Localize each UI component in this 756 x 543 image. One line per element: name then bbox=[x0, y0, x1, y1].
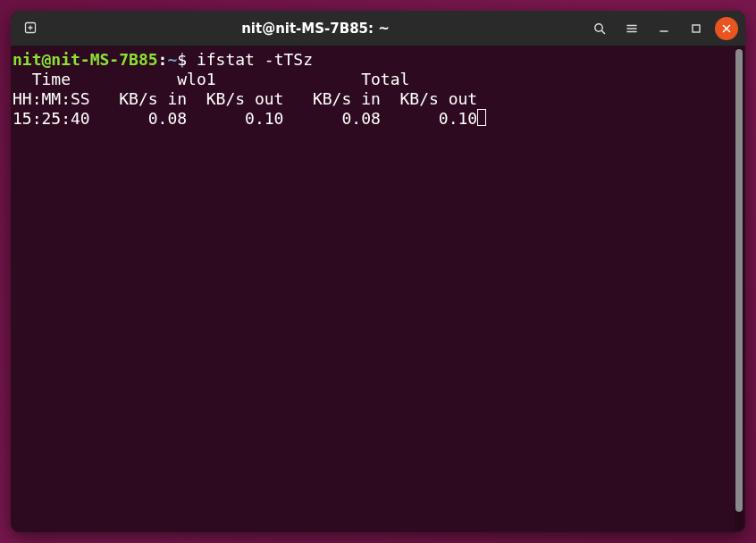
window-title: nit@nit-MS-7B85: ~ bbox=[45, 21, 586, 37]
output-header-1: Time wlo1 Total bbox=[13, 70, 409, 88]
prompt-user-host: nit@nit-MS-7B85 bbox=[13, 50, 158, 69]
command-text: ifstat -tTSz bbox=[197, 50, 313, 69]
scrollbar-thumb[interactable] bbox=[735, 49, 743, 512]
prompt-colon: : bbox=[158, 50, 168, 69]
menu-button[interactable] bbox=[618, 16, 645, 41]
search-icon bbox=[592, 21, 607, 36]
scrollbar[interactable] bbox=[735, 48, 743, 530]
prompt-dollar: $ bbox=[177, 50, 187, 69]
hamburger-icon bbox=[625, 21, 639, 36]
titlebar: nit@nit-MS-7B85: ~ bbox=[11, 11, 745, 46]
output-row: 15:25:40 0.08 0.10 0.08 0.10 bbox=[13, 109, 477, 128]
svg-rect-9 bbox=[693, 25, 700, 32]
titlebar-right bbox=[586, 16, 738, 41]
prompt-path: ~ bbox=[167, 50, 177, 69]
terminal-cursor bbox=[477, 109, 486, 126]
terminal-area[interactable]: nit@nit-MS-7B85:~$ ifstat -tTSz Time wlo… bbox=[11, 46, 745, 532]
close-icon bbox=[721, 23, 732, 34]
minimize-button[interactable] bbox=[651, 16, 677, 41]
terminal-output[interactable]: nit@nit-MS-7B85:~$ ifstat -tTSz Time wlo… bbox=[11, 46, 735, 532]
search-button[interactable] bbox=[586, 16, 613, 41]
new-tab-button[interactable] bbox=[18, 16, 45, 41]
svg-line-4 bbox=[601, 30, 604, 33]
close-button[interactable] bbox=[715, 17, 738, 40]
minimize-icon bbox=[657, 21, 671, 36]
titlebar-left bbox=[18, 16, 45, 41]
new-tab-icon bbox=[24, 21, 38, 36]
maximize-icon bbox=[689, 21, 703, 36]
terminal-window: nit@nit-MS-7B85: ~ bbox=[11, 11, 745, 532]
output-header-2: HH:MM:SS KB/s in KB/s out KB/s in KB/s o… bbox=[13, 89, 477, 108]
maximize-button[interactable] bbox=[683, 16, 710, 41]
